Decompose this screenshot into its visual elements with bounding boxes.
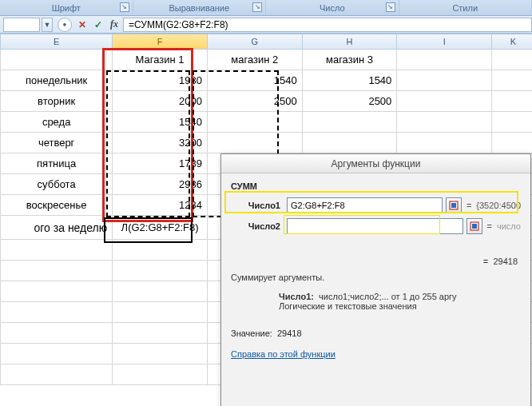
cell[interactable] bbox=[1, 302, 113, 323]
ribbon-group-styles[interactable]: Стили bbox=[399, 0, 533, 15]
col-header[interactable]: K bbox=[492, 34, 532, 50]
argument-preview: {3520:4500 bbox=[476, 201, 521, 210]
cell[interactable] bbox=[113, 344, 208, 364]
argument-input[interactable] bbox=[287, 218, 463, 234]
cell[interactable] bbox=[113, 364, 208, 385]
cell[interactable] bbox=[1, 364, 113, 385]
argument-label: Число1 bbox=[231, 201, 287, 210]
cell[interactable] bbox=[1, 261, 113, 281]
cell[interactable] bbox=[397, 70, 492, 91]
cell[interactable]: магазин 3 bbox=[302, 50, 397, 70]
cell[interactable] bbox=[113, 240, 208, 261]
ribbon-expand-icon[interactable]: ↘ bbox=[252, 2, 262, 12]
ribbon-group-alignment[interactable]: Выравнивание ↘ bbox=[133, 0, 267, 15]
cell[interactable] bbox=[113, 323, 208, 344]
cancel-formula-button[interactable]: ✕ bbox=[75, 18, 89, 32]
function-help-link[interactable]: Справка по этой функции bbox=[231, 349, 335, 359]
cell[interactable] bbox=[113, 302, 208, 323]
cell[interactable] bbox=[113, 261, 208, 281]
col-header[interactable]: I bbox=[397, 34, 492, 50]
cell[interactable]: пятница bbox=[1, 153, 113, 174]
cell[interactable]: четверг bbox=[1, 133, 113, 153]
name-box[interactable] bbox=[3, 18, 40, 32]
fx-button[interactable]: fx bbox=[107, 18, 121, 32]
fx-circle-icon[interactable]: ● bbox=[58, 18, 72, 32]
cell[interactable]: 2986 bbox=[113, 174, 208, 195]
argument-row: Число1 = {3520:4500 bbox=[231, 197, 521, 213]
cell[interactable] bbox=[397, 112, 492, 133]
ribbon-group-label: Число bbox=[320, 3, 345, 13]
table-row: понедельник 1980 1540 1540 bbox=[1, 70, 533, 91]
cell[interactable]: 2500 bbox=[302, 91, 397, 112]
cell[interactable]: воскресенье bbox=[1, 195, 113, 216]
accept-formula-button[interactable]: ✓ bbox=[91, 18, 105, 32]
table-row: среда 1540 bbox=[1, 112, 533, 133]
cell[interactable]: ого за неделю bbox=[1, 216, 113, 240]
cell[interactable] bbox=[1, 344, 113, 364]
cell[interactable] bbox=[397, 50, 492, 70]
cell[interactable]: магазин 2 bbox=[207, 50, 302, 70]
cell[interactable] bbox=[1, 281, 113, 302]
equals-sign: = bbox=[466, 201, 471, 210]
col-header[interactable]: E bbox=[1, 34, 113, 50]
cell[interactable]: 1540 bbox=[207, 70, 302, 91]
cell[interactable]: вторник bbox=[1, 91, 113, 112]
cell[interactable] bbox=[302, 112, 397, 133]
table-row: Магазин 1 магазин 2 магазин 3 bbox=[1, 50, 533, 70]
cell[interactable] bbox=[1, 240, 113, 261]
cell[interactable]: 1540 bbox=[302, 70, 397, 91]
table-row: вторник 2000 2500 2500 bbox=[1, 91, 533, 112]
cell[interactable]: среда bbox=[1, 112, 113, 133]
ribbon-group-label: Выравнивание bbox=[169, 3, 229, 13]
ribbon-expand-icon[interactable]: ↘ bbox=[120, 2, 129, 12]
cell[interactable]: Магазин 1 bbox=[113, 50, 208, 70]
cell[interactable] bbox=[397, 133, 492, 153]
ribbon-group-labels: Шрифт ↘ Выравнивание ↘ Число ↘ Стили bbox=[0, 0, 532, 16]
formula-bar: ▼ ● ✕ ✓ fx =СУММ(G2:G8+F2:F8) bbox=[0, 16, 532, 34]
cell[interactable]: 2000 bbox=[113, 91, 208, 112]
range-picker-icon bbox=[470, 221, 479, 231]
dialog-title: Аргументы функции bbox=[221, 154, 530, 173]
cell[interactable] bbox=[492, 91, 532, 112]
range-picker-button[interactable] bbox=[446, 197, 462, 213]
svg-rect-1 bbox=[451, 203, 456, 208]
cell[interactable] bbox=[492, 70, 532, 91]
active-formula-cell[interactable]: Л(G2:G8+F2:F8) bbox=[113, 216, 208, 240]
formula-input[interactable]: =СУММ(G2:G8+F2:F8) bbox=[123, 18, 532, 32]
cell[interactable] bbox=[492, 112, 532, 133]
cell[interactable] bbox=[492, 50, 532, 70]
cell[interactable] bbox=[207, 112, 302, 133]
cell[interactable] bbox=[113, 281, 208, 302]
cell[interactable] bbox=[1, 50, 113, 70]
argument-label: Число2 bbox=[231, 221, 287, 231]
range-picker-button[interactable] bbox=[466, 218, 482, 234]
cell[interactable]: суббота bbox=[1, 174, 113, 195]
col-header[interactable]: H bbox=[302, 34, 397, 50]
ribbon-group-label: Шрифт bbox=[52, 3, 81, 13]
cell[interactable]: 1234 bbox=[113, 195, 208, 216]
cell[interactable]: 1980 bbox=[113, 70, 208, 91]
cell[interactable]: 3200 bbox=[113, 133, 208, 153]
cell[interactable]: 1789 bbox=[113, 153, 208, 174]
cell[interactable] bbox=[302, 133, 397, 153]
col-header[interactable]: G bbox=[207, 34, 302, 50]
cell[interactable]: 2500 bbox=[207, 91, 302, 112]
cell[interactable] bbox=[1, 323, 113, 344]
spreadsheet-grid[interactable]: E F G H I K Магазин 1 магазин 2 магазин … bbox=[0, 34, 532, 406]
ribbon-group-font[interactable]: Шрифт ↘ bbox=[0, 0, 133, 15]
ribbon-group-number[interactable]: Число ↘ bbox=[266, 0, 399, 15]
ribbon-expand-icon[interactable]: ↘ bbox=[386, 2, 395, 12]
cell[interactable]: понедельник bbox=[1, 70, 113, 91]
argument-input[interactable] bbox=[287, 197, 443, 213]
column-header-row: E F G H I K bbox=[1, 34, 533, 50]
col-header[interactable]: F bbox=[113, 34, 208, 50]
name-box-dropdown[interactable]: ▼ bbox=[42, 18, 53, 32]
argument-row: Число2 = число bbox=[231, 218, 521, 234]
equals-sign: = bbox=[487, 221, 492, 231]
cell[interactable] bbox=[397, 91, 492, 112]
cell[interactable]: 1540 bbox=[113, 112, 208, 133]
cell[interactable] bbox=[492, 133, 532, 153]
value-row: Значение: 29418 bbox=[231, 328, 521, 338]
table-row: четверг 3200 bbox=[1, 133, 533, 153]
cell[interactable] bbox=[207, 133, 302, 153]
